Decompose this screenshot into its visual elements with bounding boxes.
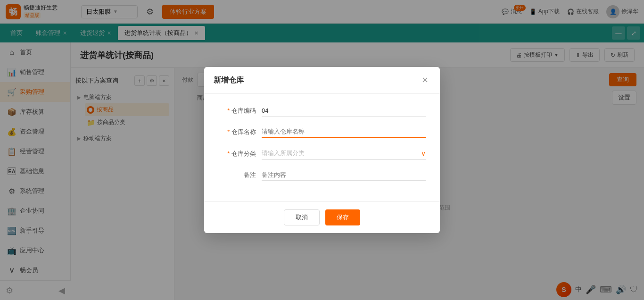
- modal-title: 新增仓库: [214, 75, 244, 85]
- modal-add-warehouse: 新增仓库 ✕ * 仓库编码 * 仓库名称: [204, 67, 440, 233]
- name-input-container: [262, 126, 426, 138]
- code-input-container: [262, 105, 426, 117]
- category-select[interactable]: 请输入所属分类 ∨: [262, 147, 426, 160]
- form-row-name: * 仓库名称: [218, 126, 426, 138]
- modal-body: * 仓库编码 * 仓库名称 *: [204, 94, 440, 201]
- note-input-container: [262, 169, 426, 181]
- form-row-category: * 仓库分类 请输入所属分类 ∨: [218, 147, 426, 160]
- modal-footer: 取消 保存: [204, 201, 440, 233]
- category-placeholder: 请输入所属分类: [262, 149, 305, 158]
- cancel-button[interactable]: 取消: [284, 209, 320, 225]
- category-label: * 仓库分类: [218, 150, 256, 158]
- category-dropdown-icon: ∨: [421, 150, 426, 157]
- modal-close-button[interactable]: ✕: [419, 75, 430, 86]
- modal-header: 新增仓库 ✕: [204, 67, 440, 94]
- note-label: 备注: [218, 171, 256, 179]
- modal-overlay: 新增仓库 ✕ * 仓库编码 * 仓库名称: [0, 0, 644, 300]
- save-button[interactable]: 保存: [325, 209, 360, 225]
- note-input[interactable]: [262, 169, 426, 180]
- form-row-note: 备注: [218, 169, 426, 181]
- name-input[interactable]: [262, 126, 426, 137]
- code-label: * 仓库编码: [218, 107, 256, 115]
- code-input[interactable]: [262, 105, 426, 116]
- form-row-code: * 仓库编码: [218, 105, 426, 117]
- name-label: * 仓库名称: [218, 128, 256, 136]
